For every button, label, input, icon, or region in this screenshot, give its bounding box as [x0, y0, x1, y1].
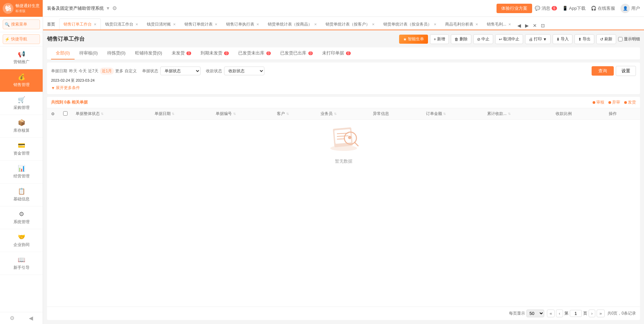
ship-button[interactable]: 发货 [624, 99, 636, 105]
sidebar-item-guide[interactable]: 📖 新手引导 [0, 252, 43, 275]
filter-tab-pending-pick[interactable]: 待拣货(0) [102, 47, 130, 59]
tab-close-icon[interactable]: ✕ [256, 23, 259, 26]
tab-expand-button[interactable]: ⊡ [539, 22, 547, 30]
print-button[interactable]: 🖨 打印 ▼ [525, 34, 551, 44]
tab-close-icon[interactable]: ✕ [215, 23, 217, 26]
col-number[interactable]: 单据编号 ⇅ [212, 108, 273, 120]
page-prev-button[interactable]: ‹ [556, 310, 563, 317]
sidebar-item-sales[interactable]: 💰 销售管理 [0, 69, 43, 92]
page-next-button[interactable]: › [589, 310, 595, 317]
audit-button[interactable]: 审核 [593, 99, 604, 105]
app-download-button[interactable]: 📱 App下载 [562, 5, 586, 11]
col-date[interactable]: 单据日期 ⇅ [151, 108, 212, 120]
sidebar-item-operations[interactable]: 📊 经营管理 [0, 161, 43, 184]
tab-sales-stats[interactable]: 销售订单统计表 ✕ [180, 18, 222, 30]
tab-sales-exec[interactable]: 销售订单执行表 ✕ [222, 18, 263, 30]
col-amount[interactable]: 订单金额 ⇅ [422, 108, 483, 120]
date-1month[interactable]: 近1月 [100, 68, 114, 75]
col-customer[interactable]: 客户 ⇅ [273, 108, 316, 120]
search-setting-button[interactable]: 设置 [616, 66, 636, 76]
page-number-input[interactable] [570, 310, 582, 317]
page-last-button[interactable]: » [597, 310, 604, 317]
topbar-gear-icon[interactable]: ⚙ [112, 5, 117, 11]
tab-close-icon[interactable]: ✕ [173, 23, 176, 26]
tab-daily-clearance[interactable]: 钱货日清工作台 ✕ [101, 18, 142, 30]
filter-tab-unshipped[interactable]: 未发货 0 [167, 47, 196, 59]
sidebar-item-basic-info[interactable]: 📋 基础信息 [0, 184, 43, 206]
system-dropdown-icon[interactable]: ▼ [106, 6, 110, 11]
show-detail-checkbox[interactable] [618, 37, 622, 41]
tab-sales-order-workbench[interactable]: 销售订单工作台 ✕ [59, 18, 101, 30]
sidebar-item-finance[interactable]: 💳 资金管理 [0, 138, 43, 161]
search-row: 单据日期 昨天 今天 近7天 近1月 更多 自定义 单据状态 单据状态 [51, 66, 636, 76]
date-more[interactable]: 更多 [115, 68, 123, 74]
sidebar-item-system[interactable]: ⚙ 系统管理 [0, 206, 43, 229]
sidebar-item-marketing[interactable]: 📢 营销推广 [0, 46, 43, 69]
col-settings[interactable]: ⚙ [47, 108, 59, 120]
sidebar-collapse-button[interactable]: ◀ [29, 315, 33, 321]
tab-close-icon[interactable]: ✕ [135, 23, 138, 26]
sidebar-item-inventory[interactable]: 📦 库存核算 [0, 115, 43, 138]
show-detail-checkbox-label[interactable]: 显示明细 [618, 36, 640, 42]
industry-solution-button[interactable]: 体验行业方案 [497, 4, 532, 13]
stop-button[interactable]: ⊘ 中止 [473, 34, 493, 44]
app-version: 标准版 [15, 9, 40, 13]
tab-margin-analysis[interactable]: 商品毛利分析表 ✕ [441, 18, 482, 30]
withdraw-button[interactable]: 弃审 [608, 99, 620, 105]
tab-home[interactable]: 首页 [43, 19, 59, 30]
sidebar-item-purchase[interactable]: 🛒 采购管理 [0, 92, 43, 115]
tab-next-button[interactable]: ▶ [523, 22, 531, 30]
filter-tab-shipped-out[interactable]: 已发货已出库 0 [275, 47, 317, 59]
tab-close-all-button[interactable]: ✕ [531, 22, 539, 30]
query-button[interactable]: 查询 [592, 66, 614, 76]
filter-tab-all[interactable]: 全部(0) [51, 47, 75, 59]
date-today[interactable]: 今天 [79, 68, 87, 74]
col-salesperson[interactable]: 业务员 ⇅ [316, 108, 369, 120]
online-service-button[interactable]: 🎧 在线客服 [591, 5, 615, 11]
export-button[interactable]: ⬆ 导出 [574, 34, 594, 44]
date-7days[interactable]: 近7天 [88, 68, 98, 74]
tab-close-icon[interactable]: ✕ [508, 23, 511, 26]
cancel-stop-button[interactable]: ↩ 取消中止 [495, 34, 523, 44]
date-custom[interactable]: 自定义 [125, 68, 137, 74]
add-button[interactable]: + 新增 [430, 34, 449, 44]
import-button[interactable]: ⬇ 导入 [553, 34, 572, 44]
filter-tab-unprinted[interactable]: 未打印单据 0 [317, 47, 355, 59]
tab-close-icon[interactable]: ✕ [314, 23, 317, 26]
withdraw-label: 弃审 [612, 99, 620, 105]
message-button[interactable]: 💬 消息 6 [535, 5, 557, 11]
sidebar-item-cooperation[interactable]: 🤝 企业协同 [0, 229, 43, 252]
refresh-button[interactable]: ↺ 刷新 [596, 34, 616, 44]
filter-tab-wangpu[interactable]: 旺铺待发货(0) [130, 47, 167, 59]
tab-prev-button[interactable]: ◀ [515, 22, 523, 30]
payment-select[interactable]: 收款状态 [224, 67, 264, 75]
tab-close-icon[interactable]: ✕ [94, 23, 96, 26]
filter-tab-pending-audit[interactable]: 待审核(0) [75, 47, 102, 59]
sidebar-settings-button[interactable]: ⚙ [10, 315, 14, 321]
tab-close-icon[interactable]: ✕ [475, 23, 478, 26]
tab-sales-margin[interactable]: 销售毛利... ✕ [482, 18, 515, 30]
sort-icon: ⇅ [443, 112, 446, 116]
select-all-checkbox[interactable] [63, 111, 68, 116]
table-scroll-area[interactable]: ⚙ 单据整体状态 ⇅ 单据日期 ⇅ 单据编号 [47, 108, 640, 307]
smart-generate-button[interactable]: ★ 智能生单 [399, 35, 428, 44]
quick-nav-button[interactable]: ⚡ 快捷导航 [3, 34, 40, 44]
page-first-button[interactable]: « [547, 310, 555, 317]
date-yesterday[interactable]: 昨天 [69, 68, 77, 74]
tab-daily-reconcile[interactable]: 钱货日清对账 ✕ [142, 18, 180, 30]
delete-button[interactable]: 🗑 删除 [451, 34, 471, 44]
search-menu-button[interactable]: 🔍 搜索菜单 [3, 19, 40, 29]
expand-conditions-button[interactable]: ▼ 展开更多条件 [51, 85, 636, 91]
tab-sales-product[interactable]: 销货单统计表（按商品） ✕ [263, 18, 321, 30]
filter-tab-overdue-unshipped[interactable]: 到期未发货 0 [196, 47, 233, 59]
tab-close-icon[interactable]: ✕ [372, 23, 375, 26]
col-overall-status[interactable]: 单据整体状态 ⇅ [72, 108, 151, 120]
status-select[interactable]: 单据状态 [160, 67, 201, 75]
col-cumulative[interactable]: 累计收款... ⇅ [483, 108, 552, 120]
tab-close-icon[interactable]: ✕ [434, 23, 436, 26]
filter-tab-shipped-not-out[interactable]: 已发货未出库 0 [233, 47, 275, 59]
tab-sales-staff[interactable]: 销货单统计表（按业务员） ✕ [379, 18, 441, 30]
per-page-select[interactable]: 50 20 100 [526, 310, 544, 317]
tab-sales-customer[interactable]: 销货单统计表（按客户） ✕ [321, 18, 379, 30]
user-menu-button[interactable]: 👤 用户 [620, 4, 640, 13]
